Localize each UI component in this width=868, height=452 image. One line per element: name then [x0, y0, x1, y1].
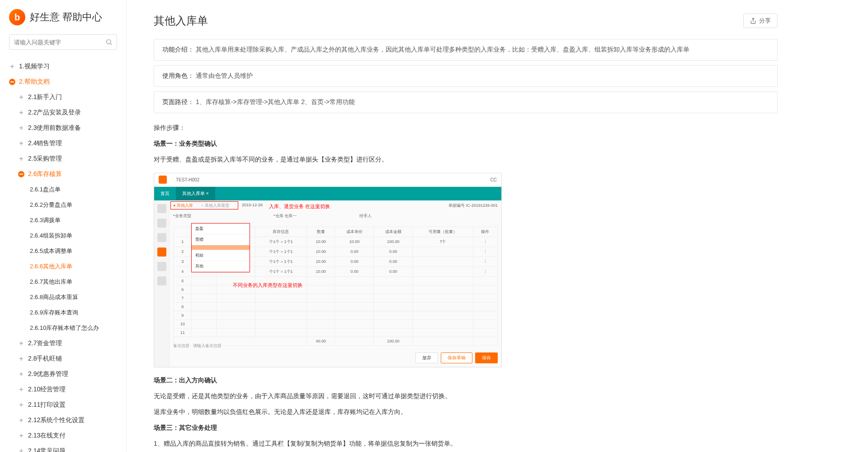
table-row: 6	[174, 285, 498, 294]
screenshot-scene1: TEST-H002 CC 首页 其他入库单 ×	[154, 173, 502, 367]
role-text: 通常由仓管人员维护	[196, 72, 253, 79]
search-input[interactable]	[9, 34, 117, 50]
ss-body: ● 其他入库 ○ 其他入库退货 2019-12-26 入库、退货业务 在这里切换…	[154, 200, 501, 367]
plus-icon	[18, 140, 24, 147]
nav-2-6-3[interactable]: 2.6.3调拨单	[9, 213, 117, 228]
svg-line-1	[110, 43, 112, 45]
nav-2-6-8[interactable]: 2.6.8商品成本重算	[9, 290, 117, 305]
plus-icon	[18, 125, 24, 131]
nav-2-6-6[interactable]: 2.6.6其他入库单	[9, 259, 117, 274]
ss-th: 成本单价	[335, 227, 374, 237]
ss-biz-label: *业务类型	[173, 213, 191, 219]
ss-docno: 单据编号 IC-20191226-001	[448, 203, 498, 209]
nav-2-2[interactable]: 2.2产品安装及登录	[9, 105, 117, 120]
ss-th: 数量	[307, 227, 335, 237]
main-content: 其他入库单 分享 功能介绍：其他入库单用来处理除采购入库、产成品入库之外的其他入…	[127, 0, 805, 452]
ss-th: 库存信息	[255, 227, 307, 237]
ss-radio2: ○ 其他入库退货	[201, 203, 229, 209]
nav-2-12[interactable]: 2.12系统个性化设置	[9, 413, 117, 428]
ss-btn-cancel: 放弃	[415, 352, 438, 363]
scene2-text1: 无论是受赠，还是其他类型的业务，由于入库商品质量等原因，需要退回，这时可通过单据…	[154, 390, 778, 402]
plus-icon	[18, 356, 24, 362]
ss-date: 2019-12-26	[242, 203, 263, 207]
nav-2-5[interactable]: 2.5采购管理	[9, 151, 117, 167]
plus-icon	[9, 63, 15, 70]
ss-th: 成本金额	[374, 227, 413, 237]
table-row: 11	[174, 328, 498, 337]
nav-2-6-5[interactable]: 2.6.5成本调整单	[9, 243, 117, 259]
ss-nav-icon	[157, 276, 166, 285]
nav-2-6-10[interactable]: 2.6.10库存账本错了怎么办	[9, 320, 117, 336]
ss-remark: 备注信息 请输入备注信息	[173, 343, 222, 349]
scene1-text: 对于受赠、盘盈或是拆装入库等不同的业务，是通过单据头【业务类型】进行区分。	[154, 154, 778, 165]
ss-annotation2: 不同业务的入库类型在这里切换	[233, 282, 302, 289]
ss-nav-icon	[157, 219, 166, 228]
plus-icon	[18, 448, 24, 452]
ss-dd-item: 盘盈	[192, 224, 250, 234]
nav-2-14[interactable]: 2.14常见问题	[9, 443, 117, 452]
nav-2-10[interactable]: 2.10经营管理	[9, 382, 117, 397]
minus-icon	[9, 79, 15, 85]
info-path: 页面路径：1、库存核算->库存管理->其他入库单 2、首页->常用功能	[154, 91, 778, 113]
nav-2-9[interactable]: 2.9优惠券管理	[9, 366, 117, 382]
nav-2-6-1[interactable]: 2.6.1盘点单	[9, 182, 117, 197]
ss-tabbar: 首页 其他入库单 ×	[154, 187, 501, 200]
scene3-text: 1、赠品入库的商品直接转为销售。通过工具栏【复制/复制为销货单】功能，将单据信息…	[154, 438, 778, 449]
path-label: 页面路径：	[162, 98, 194, 105]
nav-2-13[interactable]: 2.13在线支付	[9, 428, 117, 443]
table-row: 10	[174, 319, 498, 328]
ss-nav-icon	[157, 262, 166, 271]
ss-content: ● 其他入库 ○ 其他入库退货 2019-12-26 入库、退货业务 在这里切换…	[170, 200, 501, 367]
title-row: 其他入库单 分享	[154, 14, 778, 28]
ss-handler: 经手人	[359, 213, 372, 219]
scene2-text2: 退库业务中，明细数量均以负值红色展示。无论是入库还是退库，库存账均记在入库方向。	[154, 406, 778, 418]
nav-2-1[interactable]: 2.1新手入门	[9, 90, 117, 105]
ss-topbar: TEST-H002 CC	[154, 173, 501, 187]
plus-icon	[18, 371, 24, 377]
nav-2-7[interactable]: 2.7资金管理	[9, 336, 117, 351]
ss-wh-label: *仓库 仓库一	[274, 213, 297, 219]
nav-2-4[interactable]: 2.4销售管理	[9, 136, 117, 151]
nav-2-11[interactable]: 2.11打印设置	[9, 397, 117, 413]
ss-dd-item: 其他	[192, 261, 250, 272]
nav-help-docs[interactable]: 2.帮助文档	[9, 74, 117, 90]
table-row: 5	[174, 276, 498, 285]
nav-2-6-4[interactable]: 2.6.4组装拆卸单	[9, 228, 117, 243]
plus-icon	[18, 402, 24, 408]
nav-2-6-9[interactable]: 2.6.9库存账本查询	[9, 305, 117, 320]
page-title: 其他入库单	[154, 14, 208, 28]
table-row: 8	[174, 302, 498, 311]
ss-btn-draft: 保存草稿	[441, 352, 472, 363]
ss-th: 可用量（批量）	[413, 227, 473, 237]
ss-nav-icon	[157, 233, 166, 242]
nav-video-learning[interactable]: 1.视频学习	[9, 59, 117, 74]
ss-dd-item-selected	[192, 245, 250, 250]
ss-dropdown: 盘盈 受赠 初始 其他	[191, 223, 250, 272]
ss-logo-icon	[159, 176, 167, 184]
plus-icon	[18, 109, 24, 116]
ss-radio1: ● 其他入库	[173, 203, 193, 209]
scene3-title: 场景三：其它业务处理	[154, 422, 778, 433]
nav-2-6-7[interactable]: 2.6.7其他出库单	[9, 274, 117, 290]
nav-2-3[interactable]: 2.3使用前数据准备	[9, 120, 117, 136]
search-icon	[105, 38, 113, 46]
plus-icon	[18, 94, 24, 100]
table-row: 9	[174, 311, 498, 319]
ss-account: TEST-H002	[176, 177, 199, 182]
nav-2-6[interactable]: 2.6库存核算	[9, 167, 117, 182]
path-text: 1、库存核算->库存管理->其他入库单 2、首页->常用功能	[196, 98, 355, 105]
search-wrap	[9, 34, 117, 50]
ss-user: CC	[491, 177, 497, 182]
nav-2-8[interactable]: 2.8手机旺铺	[9, 351, 117, 366]
ss-dd-item: 受赠	[192, 234, 250, 245]
intro-label: 功能介绍：	[162, 46, 194, 53]
share-button[interactable]: 分享	[743, 14, 778, 28]
logo-row: b 好生意 帮助中心	[9, 9, 117, 25]
role-label: 使用角色：	[162, 72, 194, 79]
ss-dd-item: 初始	[192, 250, 250, 261]
scene2-title: 场景二：出入方向确认	[154, 375, 778, 386]
svg-point-0	[107, 40, 111, 44]
scene1-title: 场景一：业务类型确认	[154, 138, 778, 149]
sidebar: b 好生意 帮助中心 1.视频学习 2.帮助文档 2.1新手入门 2.2产品安装…	[0, 0, 127, 452]
nav-2-6-2[interactable]: 2.6.2分量盘点单	[9, 197, 117, 213]
